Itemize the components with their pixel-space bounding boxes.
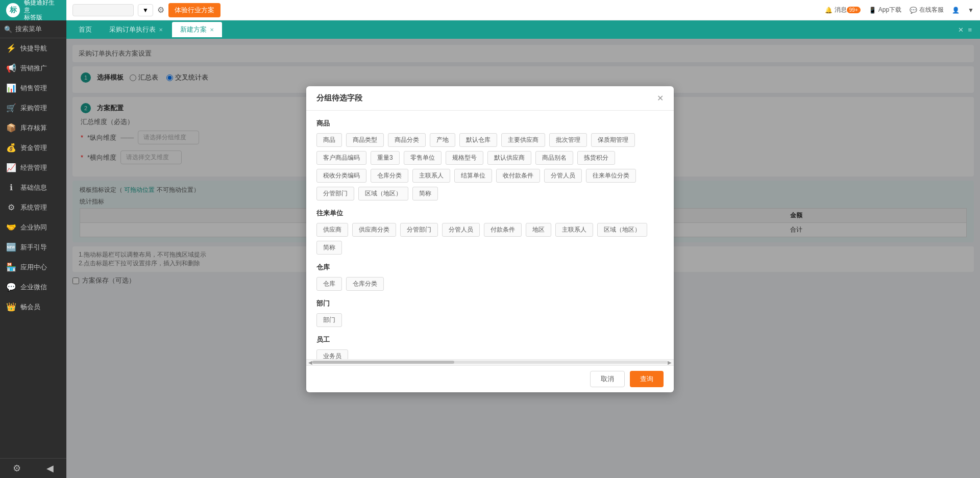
field-tag[interactable]: 默认仓库 [459,133,497,147]
field-tag[interactable]: 区域（地区） [358,187,408,200]
sidebar-item-icon: 📦 [6,123,16,133]
nav-tab-首页[interactable]: 首页 [70,22,100,37]
sidebar-item-采购管理[interactable]: 🛒采购管理 [0,98,66,118]
section-title: 往来单位 [316,209,664,218]
field-tag[interactable]: 往来单位分类 [586,169,636,183]
field-tag[interactable]: 供应商 [316,223,348,237]
field-tag[interactable]: 简称 [412,187,438,200]
notification-btn[interactable]: 🔔 消息 99+ [825,6,861,14]
sidebar-item-企业微信[interactable]: 💬企业微信 [0,277,66,297]
field-tag[interactable]: 结算单位 [454,169,492,183]
sidebar-item-资金管理[interactable]: 💰资金管理 [0,138,66,158]
field-tag[interactable]: 分管部门 [400,223,438,237]
scrollbar-right-arrow[interactable]: ▶ [668,360,672,365]
field-tag[interactable]: 重量3 [371,151,400,165]
nav-tabs-container: 首页采购订单执行表✕新建方案✕ [70,22,222,37]
sidebar-item-icon: 📢 [6,63,16,73]
field-tags: 商品商品类型商品分类产地默认仓库主要供应商批次管理保质期管理客户商品编码重量3零… [316,133,664,200]
tab-more-icon[interactable]: ≡ [968,26,972,34]
tab-close-icon[interactable]: ✕ [958,26,964,34]
user-menu-icon[interactable]: ▼ [968,7,974,14]
confirm-button[interactable]: 查询 [630,371,664,387]
sidebar-item-库存核算[interactable]: 📦库存核算 [0,118,66,138]
sidebar-item-应用中心[interactable]: 🏪应用中心 [0,257,66,277]
modal-body: 商品商品商品类型商品分类产地默认仓库主要供应商批次管理保质期管理客户商品编码重量… [306,111,674,359]
field-tag[interactable]: 税收分类编码 [316,169,366,183]
sidebar-item-企业协同[interactable]: 🤝企业协同 [0,217,66,237]
field-section-往来单位: 往来单位供应商供应商分类分管部门分管人员付款条件地区主联系人区域（地区）简称 [316,209,664,255]
field-tag[interactable]: 付款条件 [484,223,522,237]
field-tag[interactable]: 区域（地区） [597,223,647,237]
modal-title: 分组待选字段 [316,93,362,103]
field-tag[interactable]: 批次管理 [549,133,587,147]
collapse-icon[interactable]: ◀ [46,463,54,474]
field-tag[interactable]: 仓库 [316,277,342,291]
modal-header: 分组待选字段 ✕ [306,86,674,111]
field-tag[interactable]: 商品 [316,133,342,147]
field-tag[interactable]: 零售单位 [404,151,442,165]
section-title: 仓库 [316,263,664,272]
scrollbar-left-arrow[interactable]: ◀ [308,360,312,365]
sidebar-item-基础信息[interactable]: ℹ基础信息 [0,178,66,197]
field-tag[interactable]: 收付款条件 [496,169,540,183]
experience-button[interactable]: 体验行业方案 [168,3,220,17]
field-tag[interactable]: 产地 [430,133,455,147]
nav-tab-采购订单执行表[interactable]: 采购订单执行表✕ [101,22,171,37]
header-gear-icon[interactable]: ⚙ [157,5,164,15]
field-tag[interactable]: 保质期管理 [591,133,635,147]
field-tag[interactable]: 部门 [316,313,342,327]
sidebar-item-label: 采购管理 [20,104,47,113]
sidebar-item-新手引导[interactable]: 🆕新手引导 [0,237,66,257]
settings-icon[interactable]: ⚙ [13,463,21,474]
field-tag[interactable]: 主要供应商 [501,133,545,147]
field-tag[interactable]: 仓库分类 [371,169,408,183]
online-service-btn[interactable]: 💬 在线客服 [910,6,944,14]
sidebar-menu: ⚡快捷导航📢营销推广📊销售管理🛒采购管理📦库存核算💰资金管理📈经营管理ℹ基础信息… [0,38,66,317]
field-tag[interactable]: 地区 [526,223,551,237]
tab-close-btn[interactable]: ✕ [159,27,163,33]
avatar[interactable]: 👤 [952,7,960,14]
sidebar-item-营销推广[interactable]: 📢营销推广 [0,58,66,78]
field-tag[interactable]: 分管人员 [544,169,582,183]
field-tag[interactable]: 主联系人 [412,169,450,183]
sidebar-item-畅会员[interactable]: 👑畅会员 [0,297,66,317]
field-tags: 业务员 [316,349,664,359]
cancel-button[interactable]: 取消 [590,371,625,387]
field-tag[interactable]: 供应商分类 [352,223,396,237]
sidebar-item-icon: 🆕 [6,242,16,252]
field-section-仓库: 仓库仓库仓库分类 [316,263,664,291]
field-tag[interactable]: 业务员 [316,349,348,359]
field-tag[interactable]: 默认供应商 [487,151,531,165]
field-tag[interactable]: 客户商品编码 [316,151,366,165]
field-tag[interactable]: 主联系人 [555,223,593,237]
modal-footer: 取消 查询 [306,365,674,392]
sidebar-item-快捷导航[interactable]: ⚡快捷导航 [0,38,66,58]
sidebar-item-销售管理[interactable]: 📊销售管理 [0,78,66,98]
field-tag[interactable]: 仓库分类 [346,277,384,291]
tab-close-btn[interactable]: ✕ [210,27,214,33]
field-tag[interactable]: 商品别名 [535,151,573,165]
top-header: ▼ ⚙ 体验行业方案 🔔 消息 99+ 📱 App下载 💬 在线客服 👤 ▼ [66,0,980,20]
sidebar-search[interactable]: 🔍 搜索菜单 [0,20,66,38]
header-dropdown-btn[interactable]: ▼ [138,4,153,16]
modal-close-icon[interactable]: ✕ [657,93,664,103]
sidebar-item-系统管理[interactable]: ⚙系统管理 [0,197,66,217]
scrollbar-thumb [312,361,454,364]
field-tag[interactable]: 拣货积分 [577,151,615,165]
sidebar-item-icon: 📊 [6,83,16,93]
field-tag[interactable]: 分管人员 [442,223,480,237]
field-tag[interactable]: 商品分类 [388,133,426,147]
field-tag[interactable]: 分管部门 [316,187,354,200]
header-search-input[interactable] [72,4,134,16]
sidebar-item-icon: 🏪 [6,262,16,272]
field-tags: 仓库仓库分类 [316,277,664,291]
nav-tab-新建方案[interactable]: 新建方案✕ [172,22,222,37]
field-tag[interactable]: 规格型号 [446,151,483,165]
sidebar-item-label: 新手引导 [20,243,47,252]
field-tag[interactable]: 商品类型 [346,133,384,147]
app-download-btn[interactable]: 📱 App下载 [869,6,901,14]
sidebar-item-icon: 💰 [6,143,16,153]
field-tag[interactable]: 简称 [316,241,342,255]
sidebar-item-label: 经营管理 [20,163,47,172]
sidebar-item-经营管理[interactable]: 📈经营管理 [0,158,66,178]
